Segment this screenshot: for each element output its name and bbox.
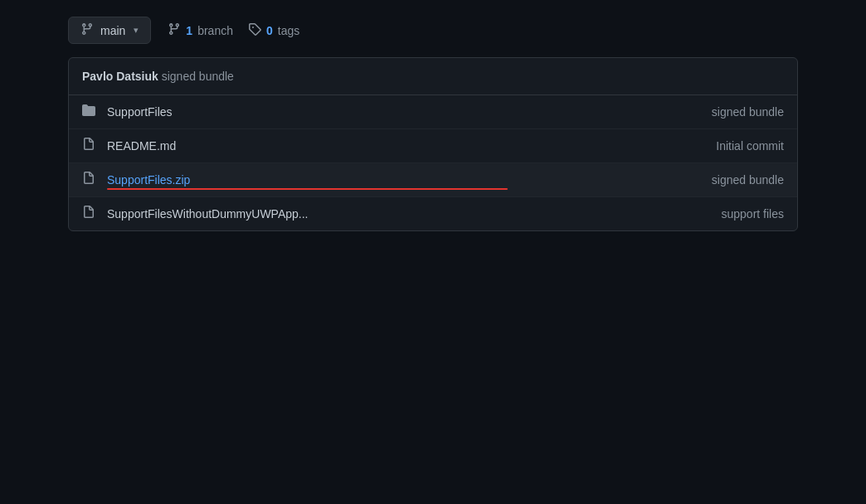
file-icon — [82, 206, 97, 222]
branch-selector-button[interactable]: main ▾ — [68, 17, 151, 44]
file-name[interactable]: README.md — [107, 139, 641, 153]
tag-count-item[interactable]: 0 tags — [248, 22, 299, 38]
tag-meta-icon — [248, 22, 261, 38]
branch-text: branch — [197, 24, 233, 37]
table-header: Pavlo Datsiuk signed bundle — [69, 58, 797, 95]
branch-count: 1 — [186, 24, 192, 37]
red-underline-annotation — [107, 188, 508, 190]
file-commit: Initial commit — [651, 139, 784, 153]
table-row[interactable]: SupportFiles.zip signed bundle — [69, 163, 797, 197]
file-icon — [82, 172, 97, 188]
branch-icon — [80, 22, 94, 38]
table-row[interactable]: SupportFilesWithoutDummyUWPApp... suppor… — [69, 197, 797, 230]
table-row[interactable]: README.md Initial commit — [69, 129, 797, 163]
branch-meta: 1 branch 0 tags — [168, 22, 299, 38]
table-row[interactable]: SupportFiles signed bundle — [69, 95, 797, 129]
commit-message: signed bundle — [162, 70, 234, 83]
file-commit: signed bundle — [651, 173, 784, 187]
branch-meta-icon — [168, 22, 181, 38]
file-commit: signed bundle — [651, 105, 784, 119]
file-link-name[interactable]: SupportFiles.zip — [107, 173, 641, 187]
file-name[interactable]: SupportFiles — [107, 105, 641, 119]
commit-author: Pavlo Datsiuk — [82, 70, 158, 83]
tag-text: tags — [278, 24, 299, 37]
file-commit: support files — [651, 207, 784, 220]
page-wrapper: main ▾ 1 branch 0 tags — [0, 0, 866, 504]
file-table: Pavlo Datsiuk signed bundle SupportFiles… — [68, 57, 798, 231]
file-icon — [82, 138, 97, 154]
file-name[interactable]: SupportFilesWithoutDummyUWPApp... — [107, 207, 641, 220]
branch-name-label: main — [100, 24, 125, 37]
toolbar: main ▾ 1 branch 0 tags — [68, 17, 798, 44]
chevron-down-icon: ▾ — [134, 25, 139, 36]
folder-icon — [82, 104, 97, 120]
tag-count: 0 — [266, 24, 273, 37]
branch-count-item[interactable]: 1 branch — [168, 22, 233, 38]
